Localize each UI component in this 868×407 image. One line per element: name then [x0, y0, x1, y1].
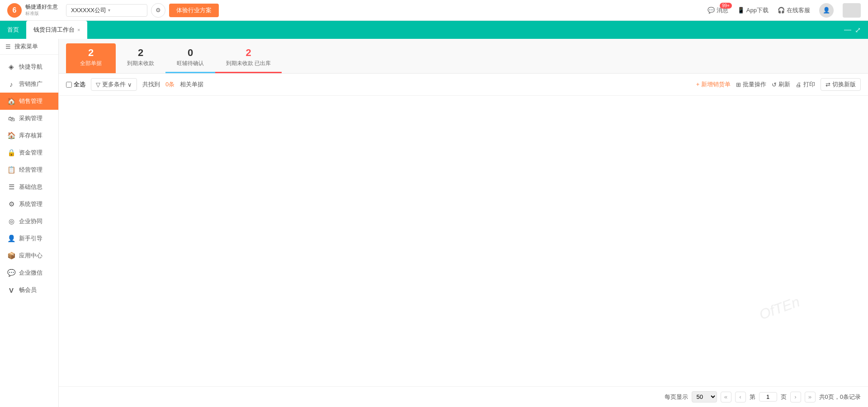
stat-tab-all[interactable]: 2 全部单据 — [66, 43, 116, 73]
stat-tab-overdue-out[interactable]: 2 到期未收款 已出库 — [215, 43, 282, 73]
sidebar: ☰ 搜索菜单 ◈ 快捷导航 ♪ 营销推广 🏠 销售管理 🛍 采购管理 — [0, 39, 59, 407]
batch-btn[interactable]: ⊞ 批量操作 — [736, 80, 766, 89]
app-download-item[interactable]: 📱 App下载 — [737, 6, 769, 14]
stat-tab-pending[interactable]: 0 旺辅待确认 — [165, 43, 215, 73]
search-label: 搜索菜单 — [14, 42, 38, 51]
message-item[interactable]: 💬 消息 99+ — [708, 6, 728, 14]
sales-label: 销售管理 — [19, 97, 42, 105]
user-name-area[interactable] — [843, 3, 861, 18]
app-center-icon: 📦 — [7, 252, 15, 260]
guide-icon: 👤 — [7, 234, 15, 243]
page-input[interactable] — [759, 392, 777, 402]
tab-controls: — ⤢ — [844, 26, 868, 34]
stat-overdue-out-count: 2 — [246, 47, 251, 59]
company-selector[interactable]: XXXXXX公司 ▾ — [66, 4, 147, 17]
user-avatar[interactable]: 👤 — [819, 3, 834, 18]
found-suffix: 相关单据 — [180, 80, 203, 89]
pagination-bar: 每页显示 50 20 100 « ‹ 第 页 › » 共0页，0条记录 — [59, 386, 868, 407]
first-page-btn[interactable]: « — [721, 392, 731, 402]
select-all-checkbox[interactable]: 全选 — [66, 80, 85, 89]
stat-overdue-count: 2 — [138, 47, 143, 59]
found-prefix: 共找到 — [142, 80, 160, 89]
tab-home[interactable]: 首页 — [0, 21, 26, 39]
main-layout: ☰ 搜索菜单 ◈ 快捷导航 ♪ 营销推广 🏠 销售管理 🛍 采购管理 — [0, 39, 868, 407]
switch-version-btn[interactable]: ⇄ 切换新版 — [821, 78, 861, 91]
sidebar-item-operations[interactable]: 📋 经营管理 — [0, 161, 58, 178]
toolbar-left: 全选 ▽ 更多条件 ∨ 共找到 0条 相关单据 — [66, 78, 691, 91]
tab-maximize-btn[interactable]: ⤢ — [855, 26, 861, 34]
sidebar-item-quick-nav[interactable]: ◈ 快捷导航 — [0, 58, 58, 75]
add-sale-btn[interactable]: + 新增销货单 — [696, 80, 731, 89]
per-page-label: 每页显示 — [665, 393, 688, 401]
main-content: 2 全部单据 2 到期未收款 0 旺辅待确认 2 到期未收款 已出库 — [59, 39, 868, 407]
tab-bar: 首页 钱货日清工作台 × — ⤢ — [0, 21, 868, 39]
sidebar-item-basic-info[interactable]: ☰ 基础信息 — [0, 178, 58, 196]
total-label: 共0页，0条记录 — [819, 393, 861, 401]
company-name: XXXXXX公司 — [71, 6, 106, 14]
content-area: 2 全部单据 2 到期未收款 0 旺辅待确认 2 到期未收款 已出库 — [59, 39, 868, 407]
system-label: 系统管理 — [19, 200, 42, 208]
sales-icon: 🏠 — [7, 97, 15, 105]
member-label: 畅会员 — [19, 286, 37, 294]
enterprise-label: 企业协同 — [19, 217, 42, 225]
sidebar-item-inventory[interactable]: 🏠 库存核算 — [0, 127, 58, 144]
switch-icon: ⇄ — [826, 81, 830, 88]
stats-tabs: 2 全部单据 2 到期未收款 0 旺辅待确认 2 到期未收款 已出库 — [59, 39, 868, 74]
print-btn[interactable]: 🖨 打印 — [796, 80, 815, 89]
inventory-icon: 🏠 — [7, 131, 15, 140]
prev-page-btn[interactable]: ‹ — [735, 392, 746, 402]
tab-cash-daily[interactable]: 钱货日清工作台 × — [26, 21, 87, 39]
system-icon: ⚙ — [7, 200, 15, 208]
next-page-btn[interactable]: › — [790, 392, 801, 402]
toolbar: 全选 ▽ 更多条件 ∨ 共找到 0条 相关单据 + 新增销货单 — [59, 74, 868, 96]
settings-button[interactable]: ⚙ — [151, 3, 165, 18]
tab-minimize-btn[interactable]: — — [844, 26, 851, 34]
checkbox-input[interactable] — [66, 82, 72, 88]
sidebar-item-member[interactable]: V 畅会员 — [0, 281, 58, 299]
filter-button[interactable]: ▽ 更多条件 ∨ — [91, 78, 137, 91]
sidebar-item-sales[interactable]: 🏠 销售管理 — [0, 93, 58, 110]
search-icon: ☰ — [5, 43, 11, 50]
last-page-btn[interactable]: » — [805, 392, 816, 402]
sidebar-item-capital[interactable]: 🔒 资金管理 — [0, 144, 58, 161]
inventory-label: 库存核算 — [19, 131, 42, 140]
wechat-label: 企业微信 — [19, 269, 42, 277]
sidebar-item-system[interactable]: ⚙ 系统管理 — [0, 196, 58, 213]
page-size-select[interactable]: 50 20 100 — [692, 391, 717, 402]
logo-area: 6 畅捷通好生意 标准版 — [7, 3, 66, 18]
sidebar-search[interactable]: ☰ 搜索菜单 — [0, 39, 58, 55]
message-badge: 99+ — [720, 3, 732, 9]
switch-label: 切换新版 — [832, 80, 856, 89]
filter-label: 更多条件 — [102, 80, 126, 89]
operations-label: 经营管理 — [19, 166, 42, 174]
top-header: 6 畅捷通好生意 标准版 XXXXXX公司 ▾ ⚙ 体验行业方案 💬 消息 99… — [0, 0, 868, 21]
refresh-btn[interactable]: ↺ 刷新 — [772, 80, 790, 89]
sidebar-item-purchase[interactable]: 🛍 采购管理 — [0, 110, 58, 127]
quick-nav-icon: ◈ — [7, 63, 15, 71]
enterprise-icon: ◎ — [7, 217, 15, 225]
sidebar-item-wechat[interactable]: 💬 企业微信 — [0, 264, 58, 281]
filter-icon: ▽ — [96, 81, 100, 88]
toolbar-right: + 新增销货单 ⊞ 批量操作 ↺ 刷新 🖨 打印 — [696, 78, 861, 91]
sidebar-item-enterprise[interactable]: ◎ 企业协同 — [0, 213, 58, 230]
guide-label: 新手引导 — [19, 234, 42, 243]
online-service-item[interactable]: 🎧 在线客服 — [778, 6, 810, 14]
header-right: 💬 消息 99+ 📱 App下载 🎧 在线客服 👤 — [708, 3, 861, 18]
sidebar-item-guide[interactable]: 👤 新手引导 — [0, 230, 58, 247]
experience-btn[interactable]: 体验行业方案 — [169, 4, 219, 17]
quick-nav-label: 快捷导航 — [19, 63, 42, 71]
message-icon: 💬 — [708, 7, 715, 14]
tab-close-icon[interactable]: × — [77, 27, 80, 33]
sidebar-item-marketing[interactable]: ♪ 营销推广 — [0, 75, 58, 93]
purchase-icon: 🛍 — [7, 115, 15, 122]
online-service-label: 在线客服 — [787, 6, 810, 14]
avatar-icon: 👤 — [823, 7, 830, 14]
sidebar-menu: ◈ 快捷导航 ♪ 营销推广 🏠 销售管理 🛍 采购管理 🏠 库存核算 — [0, 55, 58, 302]
wechat-icon: 💬 — [7, 269, 15, 277]
refresh-label: 刷新 — [778, 80, 790, 89]
stat-all-label: 全部单据 — [80, 60, 102, 67]
sidebar-item-app-center[interactable]: 📦 应用中心 — [0, 247, 58, 264]
logo-text-area: 畅捷通好生意 标准版 — [25, 4, 58, 17]
batch-icon: ⊞ — [736, 81, 741, 88]
stat-tab-overdue[interactable]: 2 到期未收款 — [116, 43, 165, 73]
